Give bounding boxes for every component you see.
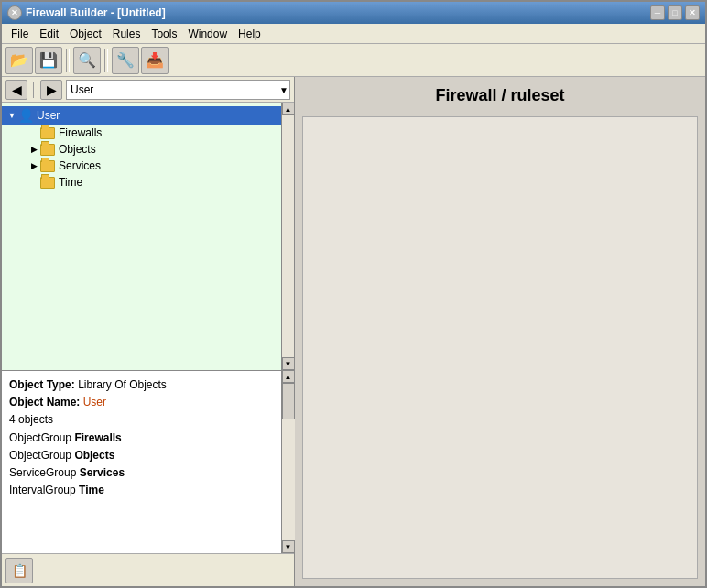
info-time-line: IntervalGroup Time (9, 482, 276, 499)
info-firewalls-prefix: ObjectGroup (9, 431, 74, 444)
search-button[interactable]: 🔍 (73, 47, 101, 74)
scroll-down-arrow[interactable]: ▼ (282, 357, 295, 370)
folder-icon-time (40, 177, 55, 189)
info-time-bold: Time (79, 484, 104, 496)
info-services-prefix: ServiceGroup (9, 466, 80, 479)
tree-label-time: Time (59, 176, 82, 189)
tree-item-user[interactable]: ▼ 👤 User (2, 106, 281, 125)
nav-separator (33, 82, 35, 98)
right-content (302, 116, 698, 579)
tree-item-firewalls[interactable]: ▶ Firewalls (2, 125, 281, 141)
close-button[interactable]: ✕ (7, 5, 22, 20)
restore-button[interactable]: ✕ (685, 5, 700, 20)
folder-icon-firewalls (40, 127, 55, 139)
menu-rules[interactable]: Rules (107, 26, 147, 42)
nav-bar: ◀ ▶ User ▼ (2, 77, 294, 103)
info-scroll-up[interactable]: ▲ (282, 370, 295, 383)
menu-tools[interactable]: Tools (146, 26, 182, 42)
folder-icon-services (40, 160, 55, 172)
info-panel: Object Type: Library Of Objects Object N… (2, 370, 294, 553)
nav-dropdown[interactable]: User (66, 80, 290, 100)
tree-toggle-user[interactable]: ▼ (5, 109, 18, 122)
info-firewalls-line: ObjectGroup Firewalls (9, 430, 276, 447)
info-object-type-line: Object Type: Library Of Objects (9, 376, 276, 394)
info-name-value: User (83, 396, 106, 408)
menubar: File Edit Object Rules Tools Window Help (2, 24, 705, 44)
bottom-toolbar: 📋 (2, 553, 294, 586)
scroll-up-arrow[interactable]: ▲ (282, 103, 295, 115)
info-time-prefix: IntervalGroup (9, 484, 79, 496)
info-objects-line: ObjectGroup Objects (9, 447, 276, 464)
tree-item-objects[interactable]: ▶ Objects (2, 141, 281, 158)
tree-item-time[interactable]: ▶ Time (2, 174, 281, 191)
info-scroll-down[interactable]: ▼ (282, 540, 295, 553)
open-button[interactable]: 📂 (5, 47, 33, 74)
tree-scroll-wrap: ▼ 👤 User ▶ Firewalls ▶ Objects (2, 103, 294, 370)
window-title: Firewall Builder - [Untitled] (26, 6, 166, 19)
info-firewalls-bold: Firewalls (74, 431, 121, 444)
tree-label-user: User (37, 109, 60, 122)
menu-edit[interactable]: Edit (34, 26, 64, 42)
minimize-button[interactable]: ─ (650, 5, 665, 20)
tree-item-services[interactable]: ▶ Services (2, 158, 281, 174)
tree-toggle-services[interactable]: ▶ (27, 159, 40, 172)
right-panel: Firewall / ruleset (295, 77, 705, 586)
right-header: Firewall / ruleset (295, 77, 705, 114)
info-scrollbar: ▲ ▼ (281, 370, 294, 553)
info-type-value: Library Of Objects (78, 378, 167, 391)
titlebar-buttons: ─ □ ✕ (650, 5, 700, 20)
nav-select-wrap: User ▼ (66, 80, 290, 100)
info-count: 4 objects (9, 411, 276, 429)
object-panel-button[interactable]: 📋 (5, 558, 33, 583)
toolbar: 📂 💾 🔍 🔧 📥 (2, 44, 705, 77)
main-content: ◀ ▶ User ▼ ▼ 👤 User (2, 77, 705, 586)
toolbar-separator (66, 49, 70, 72)
tree-label-services: Services (59, 159, 101, 172)
install-button[interactable]: 📥 (141, 47, 169, 74)
info-objects-bold: Objects (74, 449, 114, 462)
nav-forward-button[interactable]: ▶ (40, 80, 62, 100)
info-services-bold: Services (80, 466, 125, 479)
tree-toggle-objects[interactable]: ▶ (27, 143, 40, 156)
folder-icon-objects (40, 144, 55, 156)
info-scroll-track (282, 383, 295, 540)
menu-help[interactable]: Help (233, 26, 266, 42)
tree-label-firewalls: Firewalls (59, 126, 102, 139)
menu-object[interactable]: Object (64, 26, 107, 42)
left-panel: ◀ ▶ User ▼ ▼ 👤 User (2, 77, 295, 586)
info-scroll-thumb (282, 383, 295, 419)
info-type-label: Object Type: (9, 378, 75, 391)
titlebar: ✕ Firewall Builder - [Untitled] ─ □ ✕ (2, 2, 705, 24)
info-object-name-line: Object Name: User (9, 394, 276, 411)
tree-panel: ▼ 👤 User ▶ Firewalls ▶ Objects (2, 103, 281, 370)
user-icon: 👤 (18, 108, 33, 123)
info-name-label: Object Name: (9, 396, 80, 408)
toolbar-separator2 (104, 49, 108, 72)
main-window: ✕ Firewall Builder - [Untitled] ─ □ ✕ Fi… (0, 0, 707, 588)
info-objects-prefix: ObjectGroup (9, 449, 74, 462)
maximize-button[interactable]: □ (668, 5, 682, 20)
nav-back-button[interactable]: ◀ (5, 80, 27, 100)
save-button[interactable]: 💾 (35, 47, 62, 74)
titlebar-left: ✕ Firewall Builder - [Untitled] (7, 5, 166, 20)
tree-scrollbar: ▲ ▼ (281, 103, 294, 370)
tree-label-objects: Objects (59, 143, 96, 156)
right-title: Firewall / ruleset (310, 86, 691, 105)
info-services-line: ServiceGroup Services (9, 464, 276, 482)
menu-file[interactable]: File (5, 26, 34, 42)
compile-button[interactable]: 🔧 (112, 47, 139, 74)
scroll-track (282, 115, 295, 357)
info-panel-wrap: Object Type: Library Of Objects Object N… (2, 370, 294, 553)
menu-window[interactable]: Window (182, 26, 233, 42)
